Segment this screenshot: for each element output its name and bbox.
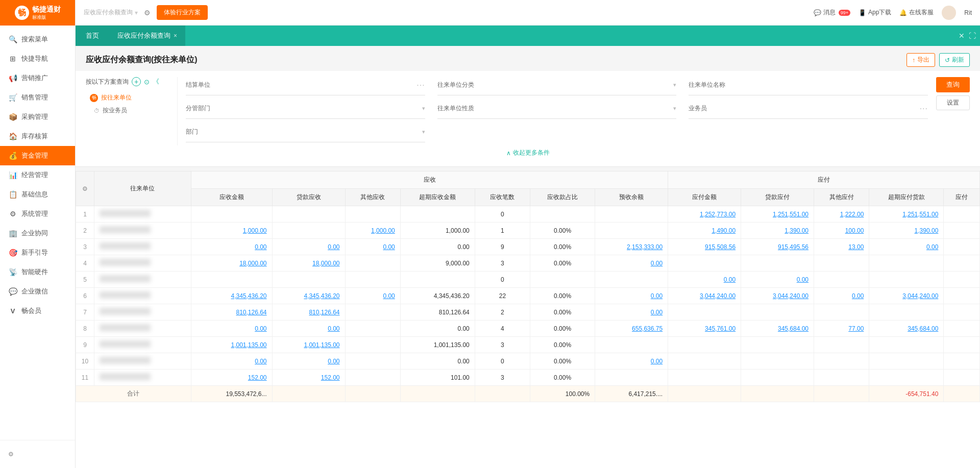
table-cell[interactable]: 0.00 xyxy=(595,255,668,272)
table-cell[interactable]: 1,251,551.00 xyxy=(741,206,814,223)
table-cell[interactable]: 0.00 xyxy=(741,272,814,288)
tab-close-icon[interactable]: × xyxy=(174,32,177,39)
department-chevron-icon[interactable]: ▾ xyxy=(422,129,425,135)
table-cell[interactable]: 1,000.00 xyxy=(191,223,272,239)
query-button[interactable]: 查询 xyxy=(936,77,970,92)
table-cell[interactable]: 345,684.00 xyxy=(741,321,814,337)
settings-col-header[interactable]: ⚙ xyxy=(76,171,94,206)
table-cell[interactable]: 1,001,135.00 xyxy=(191,337,272,353)
table-cell[interactable]: 3,044,240.00 xyxy=(668,288,741,304)
sidebar-item-purchase[interactable]: 📦 采购管理 xyxy=(0,107,75,127)
tab-home[interactable]: 首页 xyxy=(76,26,109,46)
table-cell[interactable]: 0.00 xyxy=(191,239,272,255)
table-cell[interactable]: 810,126.64 xyxy=(272,304,345,321)
table-cell[interactable]: 77.00 xyxy=(814,321,869,337)
table-cell[interactable]: 0.00 xyxy=(595,304,668,321)
table-cell[interactable]: 1,251,551.00 xyxy=(869,206,944,223)
table-cell[interactable]: 1,252,773.00 xyxy=(668,206,741,223)
topbar-app-download[interactable]: 📱 App下载 xyxy=(859,8,891,17)
table-cell[interactable]: 0.00 xyxy=(272,353,345,370)
table-cell[interactable]: 1,000.00 xyxy=(345,223,400,239)
topbar-message[interactable]: 💬 消息 99+ xyxy=(814,8,850,17)
sidebar-item-search[interactable]: 🔍 搜索菜单 xyxy=(0,30,75,49)
sidebar-item-operation[interactable]: 📊 经营管理 xyxy=(0,165,75,185)
nature-chevron-icon[interactable]: ▾ xyxy=(673,105,676,112)
solution-button[interactable]: 体验行业方案 xyxy=(157,5,208,20)
table-cell[interactable]: 152.00 xyxy=(191,370,272,386)
scheme-item-partner[interactable]: 畅 按往来单位 xyxy=(86,91,171,104)
table-cell[interactable]: 0.00 xyxy=(345,288,400,304)
topbar-customer-service[interactable]: 🔔 在线客服 xyxy=(899,8,934,17)
scheme-item-salesperson[interactable]: ⏱ 按业务员 xyxy=(86,104,171,117)
topbar-gear-icon[interactable]: ⚙ xyxy=(144,9,151,17)
table-cell[interactable]: 655,636.75 xyxy=(595,321,668,337)
sidebar-bottom-settings[interactable]: ⚙ xyxy=(0,447,75,462)
settlement-dots-icon[interactable]: ··· xyxy=(416,81,425,90)
table-cell[interactable]: 18,000.00 xyxy=(191,255,272,272)
collapse-more-button[interactable]: ∧ 收起更多条件 xyxy=(86,145,970,160)
table-row: 30.000.000.000.0090.00%2,153,333.00915,5… xyxy=(76,239,980,255)
filter-dept-label: 分管部门 xyxy=(186,104,216,113)
table-cell[interactable]: 2,153,333.00 xyxy=(595,239,668,255)
export-button[interactable]: ↑ 导出 xyxy=(906,53,935,67)
table-cell[interactable]: 0.00 xyxy=(595,288,668,304)
table-cell[interactable]: 4,345,436.20 xyxy=(191,288,272,304)
sidebar-item-sales[interactable]: 🛒 销售管理 xyxy=(0,88,75,107)
table-cell[interactable]: 0.00 xyxy=(191,353,272,370)
table-cell[interactable]: 3,044,240.00 xyxy=(869,288,944,304)
table-cell[interactable]: 4,345,436.20 xyxy=(272,288,345,304)
table-cell[interactable]: 0.00 xyxy=(869,239,944,255)
table-cell[interactable]: 915,495.56 xyxy=(741,239,814,255)
partner-name-input[interactable] xyxy=(729,80,928,91)
filter-add-button[interactable]: + xyxy=(132,77,141,86)
sidebar-item-quicknav[interactable]: ⊞ 快捷导航 xyxy=(0,49,75,68)
tabbar-close-btn[interactable]: ✕ xyxy=(959,32,965,40)
table-container[interactable]: ⚙ 往来单位 应收 应付 应收金额 贷款应收 其他应收 超期应收金额 应收笔数 … xyxy=(76,171,980,468)
user-avatar[interactable] xyxy=(942,6,956,20)
sidebar-item-hardware[interactable]: 📡 智能硬件 xyxy=(0,262,75,282)
sidebar-item-inventory[interactable]: 🏠 库存核算 xyxy=(0,127,75,146)
table-cell[interactable]: 810,126.64 xyxy=(191,304,272,321)
table-cell[interactable]: 0.00 xyxy=(668,272,741,288)
table-cell[interactable]: 152.00 xyxy=(272,370,345,386)
settings-button[interactable]: 设置 xyxy=(936,95,970,110)
table-cell[interactable]: 915,508.56 xyxy=(668,239,741,255)
sidebar-item-guide[interactable]: 🎯 新手引导 xyxy=(0,243,75,262)
table-cell[interactable]: 1,222.00 xyxy=(814,206,869,223)
table-cell[interactable]: 18,000.00 xyxy=(272,255,345,272)
sidebar-item-corp[interactable]: 🏢 企业协同 xyxy=(0,224,75,243)
table-cell[interactable]: 1,390.00 xyxy=(741,223,814,239)
sidebar-item-wechat[interactable]: 💬 企业微信 xyxy=(0,282,75,301)
table-cell[interactable]: 0.00 xyxy=(814,288,869,304)
col-pay-overdue: 超期应付货款 xyxy=(869,189,944,206)
filter-partner-name: 往来单位名称 xyxy=(689,77,928,95)
filter-collapse-icon[interactable]: 《 xyxy=(153,77,159,86)
table-cell[interactable]: 345,761.00 xyxy=(668,321,741,337)
salesperson-dots-icon[interactable]: ··· xyxy=(920,104,928,113)
sidebar-item-basic[interactable]: 📋 基础信息 xyxy=(0,185,75,204)
table-cell[interactable]: 1,390.00 xyxy=(869,223,944,239)
table-cell[interactable]: 0.00 xyxy=(272,321,345,337)
refresh-button[interactable]: ↺ 刷新 xyxy=(939,53,970,67)
sidebar-item-system[interactable]: ⚙ 系统管理 xyxy=(0,204,75,224)
table-cell[interactable]: 3,044,240.00 xyxy=(741,288,814,304)
table-cell[interactable]: 1,001,135.00 xyxy=(272,337,345,353)
table-cell xyxy=(595,337,668,353)
table-cell[interactable]: 0.00 xyxy=(595,353,668,370)
table-cell[interactable]: 0.00 xyxy=(345,239,400,255)
category-chevron-icon[interactable]: ▾ xyxy=(673,82,676,88)
partner-cell xyxy=(94,337,191,353)
sidebar-item-marketing[interactable]: 📢 营销推广 xyxy=(0,68,75,88)
table-cell[interactable]: 0.00 xyxy=(191,321,272,337)
tabbar-expand-btn[interactable]: ⛶ xyxy=(969,32,976,40)
table-cell[interactable]: 1,490.00 xyxy=(668,223,741,239)
table-cell[interactable]: 100.00 xyxy=(814,223,869,239)
filter-target-icon[interactable]: ⊙ xyxy=(144,78,150,86)
sidebar-item-member[interactable]: V 畅会员 xyxy=(0,301,75,321)
table-cell[interactable]: 0.00 xyxy=(272,239,345,255)
sidebar-item-finance[interactable]: 💰 资金管理 xyxy=(0,146,75,165)
dept-chevron-icon[interactable]: ▾ xyxy=(422,105,425,112)
tab-active[interactable]: 应收应付余额查询 × xyxy=(109,26,185,46)
table-cell[interactable]: 345,684.00 xyxy=(869,321,944,337)
table-cell[interactable]: 13.00 xyxy=(814,239,869,255)
